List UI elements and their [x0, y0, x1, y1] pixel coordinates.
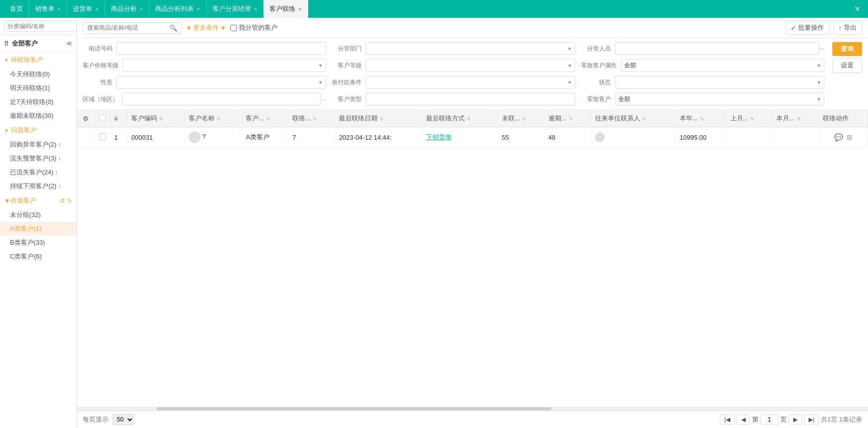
refresh-icon[interactable]: ↺	[59, 197, 65, 205]
sidebar-item-churned[interactable]: 已流失客户(24) ℹ	[0, 165, 76, 179]
sidebar-collapse-btn[interactable]: ≪	[66, 40, 72, 47]
row-checkbox[interactable]	[99, 133, 106, 140]
sidebar-value-customers-group[interactable]: ▼ 价值客户 ↺ ✎	[0, 193, 76, 208]
th-code[interactable]: 客户编码⇅	[127, 110, 185, 127]
last-contact-method-link[interactable]: 下销货单	[426, 133, 452, 141]
filter-price-grade-select[interactable]	[122, 59, 326, 72]
th-last-contact-method[interactable]: 最后联络方式⇅	[422, 110, 498, 127]
filter-retail-attr-wrap: 全部 ▼	[621, 59, 824, 72]
edit-icon[interactable]: ✎	[67, 197, 72, 205]
filter-search-input[interactable]	[87, 24, 169, 31]
td-this-year: 10995.00	[675, 127, 726, 148]
qr-icon[interactable]: ⊞	[847, 133, 853, 141]
filter-nature-select[interactable]	[116, 76, 326, 89]
th-last-month[interactable]: 上月...⇅	[726, 110, 772, 127]
sidebar-item-type-c[interactable]: C类客户(6)	[0, 250, 76, 264]
region-dots-btn[interactable]: ···	[321, 96, 326, 103]
my-customer-checkbox[interactable]	[230, 25, 237, 31]
sidebar-search-input[interactable]	[4, 21, 77, 32]
th-this-year[interactable]: 本年...⇅	[675, 110, 726, 127]
nav-tab-customer-contact[interactable]: 客户联络 ×	[264, 0, 308, 18]
filter-phone-input[interactable]	[116, 42, 326, 55]
close-tab-sales[interactable]: ×	[57, 6, 60, 12]
nav-tab-purchase[interactable]: 进货单 ×	[67, 0, 105, 18]
sort-method-icon: ⇅	[467, 116, 471, 121]
header-checkbox[interactable]	[99, 114, 106, 121]
th-check[interactable]	[95, 110, 110, 127]
sidebar-item-ungrouped[interactable]: 未分组(32)	[0, 208, 76, 222]
query-btns-area: 查询 设置	[832, 42, 862, 106]
filter-region-input[interactable]	[122, 93, 321, 106]
td-last-contact-method[interactable]: 下销货单	[422, 127, 498, 148]
export-btn[interactable]: ↑ 导出	[833, 21, 863, 35]
th-contact-action: 联络动作	[819, 110, 868, 127]
filter-payment: 收付款条件 ▼	[332, 76, 575, 89]
nav-tab-analysis-list[interactable]: 商品分析列表 ×	[149, 0, 206, 18]
chat-icon[interactable]: 💬	[834, 133, 843, 141]
settings-icon[interactable]: ⚙	[83, 115, 89, 122]
sidebar-item-abnormal-repurchase[interactable]: 回购异常客户(2) ℹ	[0, 138, 76, 152]
prev-page-btn[interactable]: ◀	[737, 415, 750, 425]
horizontal-scrollbar[interactable]	[77, 407, 868, 411]
filter-status-select[interactable]	[615, 76, 824, 89]
first-page-btn[interactable]: |◀	[720, 415, 735, 425]
close-tab-analysis[interactable]: ×	[140, 6, 143, 12]
close-tab-purchase[interactable]: ×	[95, 6, 98, 12]
sidebar-item-tomorrow[interactable]: 明天待联络(1)	[0, 81, 76, 95]
sidebar-item-declining[interactable]: 持续下滑客户(2) ℹ	[0, 179, 76, 193]
sidebar-problem-customers-group[interactable]: ▼ 问题客户	[0, 123, 76, 138]
sidebar-item-type-b[interactable]: B类客户(33)	[0, 236, 76, 250]
filter-customer-type-input[interactable]	[366, 93, 575, 106]
customer-avatar	[189, 131, 201, 143]
sidebar-item-today[interactable]: 今天待联络(0)	[0, 67, 76, 81]
query-btn[interactable]: 查询	[832, 42, 862, 56]
close-tab-customer-contact[interactable]: ×	[298, 6, 301, 12]
filter-nature: 性质 ▼	[83, 76, 326, 89]
sidebar-item-overdue[interactable]: 逾期未联络(30)	[0, 109, 76, 123]
th-contact[interactable]: 联络...⇅	[288, 110, 335, 127]
next-page-btn[interactable]: ▶	[789, 415, 802, 425]
filter-retail-attr: 零散客户属性 全部 ▼	[581, 59, 824, 72]
th-uncontact[interactable]: 未联...⇅	[497, 110, 544, 127]
more-filter-btn[interactable]: ▼ 更多条件 ▼	[186, 23, 226, 32]
sidebar-item-churn-warning[interactable]: 流失预警客户(3) ℹ	[0, 152, 76, 165]
my-customer-checkbox-wrap[interactable]: 我分管的客户	[230, 23, 277, 32]
filter-customer-grade-select[interactable]	[366, 59, 575, 72]
nav-tab-sales[interactable]: 销售单 ×	[29, 0, 67, 18]
filter-region: 区域（地区） ···	[83, 93, 326, 106]
th-overdue[interactable]: 逾期...⇅	[544, 110, 591, 127]
th-this-month[interactable]: 本月...⇅	[772, 110, 819, 127]
sidebar-all-customers-header[interactable]: ⠿ 全部客户 ≪	[0, 35, 76, 53]
filter-payment-select[interactable]	[366, 76, 575, 89]
last-page-btn[interactable]: ▶|	[804, 415, 819, 425]
filter-retail-select[interactable]: 全部	[615, 93, 824, 106]
sidebar-search-area: 🔍	[0, 18, 76, 35]
sidebar-pending-contact-group[interactable]: ▼ 待联络客户	[0, 53, 76, 67]
batch-op-btn[interactable]: ✓ 批量操作	[785, 21, 829, 35]
th-name[interactable]: 客户名称⇅	[184, 110, 242, 127]
filter-dept-select[interactable]	[366, 42, 575, 55]
sort-overdue-icon: ⇅	[569, 116, 573, 121]
sidebar-item-type-a[interactable]: A类客户(1)	[0, 222, 76, 236]
nav-tab-analysis[interactable]: 商品分析 ×	[105, 0, 149, 18]
filter-person-input[interactable]	[615, 42, 819, 55]
settings-btn[interactable]: 设置	[832, 58, 862, 73]
th-last-contact-date[interactable]: 最后联络日期⇅	[335, 110, 422, 127]
td-check[interactable]	[95, 127, 110, 148]
th-category[interactable]: 客户...⇅	[242, 110, 288, 127]
filter-search-icon[interactable]: 🔍	[169, 24, 177, 32]
sidebar-item-7days[interactable]: 近7天待联络(0)	[0, 95, 76, 109]
page-number-input[interactable]	[760, 415, 778, 425]
filter-retail-attr-select[interactable]: 全部	[621, 59, 824, 72]
close-all-tabs[interactable]: ×	[851, 4, 864, 14]
scrollbar-thumb[interactable]	[157, 407, 551, 410]
close-tab-customer-ops[interactable]: ×	[254, 6, 257, 12]
close-tab-analysis-list[interactable]: ×	[197, 6, 200, 12]
th-settings[interactable]: ⚙	[77, 110, 95, 127]
th-unit-contact[interactable]: 往来单位联系人⇅	[591, 110, 675, 127]
per-page-select[interactable]: 50	[112, 414, 134, 425]
nav-home[interactable]: 首页	[4, 0, 29, 18]
person-dots-btn[interactable]: ···	[819, 45, 824, 52]
td-contact: 7	[288, 127, 335, 148]
nav-tab-customer-ops[interactable]: 客户分层经营 ×	[207, 0, 264, 18]
